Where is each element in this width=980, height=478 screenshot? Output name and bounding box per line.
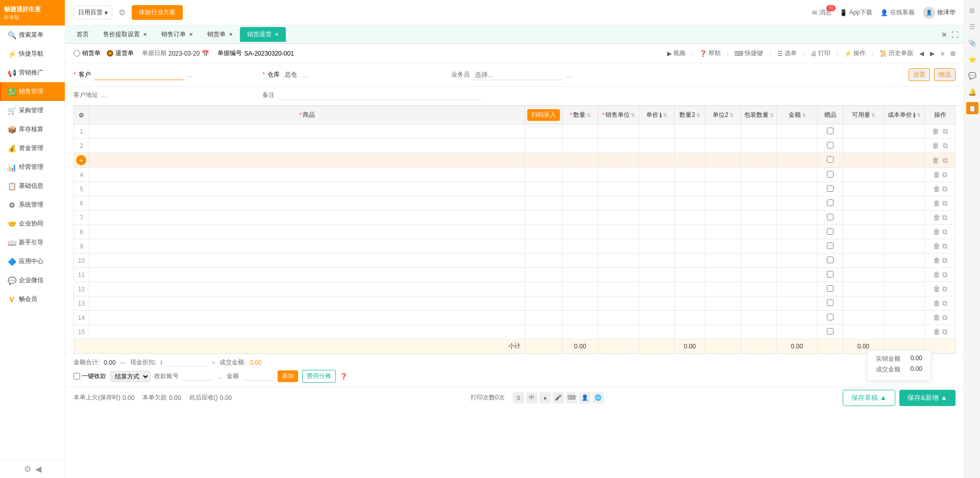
copy-row-icon[interactable]: ⧉ [942,185,947,193]
right-panel-btn-7[interactable]: 📋 [966,102,978,114]
price-sort-icon[interactable]: ⇅ [663,112,667,118]
gift-cell[interactable] [818,153,843,168]
tab-delivery-close[interactable]: ✕ [229,32,233,37]
right-panel-btn-2[interactable]: ☰ [966,20,978,33]
right-panel-btn-1[interactable]: ⊞ [966,4,978,16]
unit2-sort-icon[interactable]: ⇅ [729,112,733,118]
gift-checkbox[interactable] [827,228,834,235]
gift-checkbox[interactable] [827,299,834,306]
gift-checkbox[interactable] [827,128,834,134]
calc-method-select[interactable]: 结算方式 [110,371,150,382]
amount-cell[interactable] [777,153,818,168]
copy-row-icon[interactable]: ⧉ [943,156,948,164]
gift-checkbox[interactable] [827,242,834,249]
expense-split-button[interactable]: 费用分摊 [302,370,336,383]
salesperson-input[interactable] [473,70,563,80]
avail-cell[interactable] [843,153,884,168]
qty2-cell[interactable] [675,124,705,139]
bottom-icon-6[interactable]: 👤 [579,392,591,404]
delete-row-icon[interactable]: 🗑 [933,213,940,221]
sidebar-item-guide[interactable]: 📖 新手引导 [0,233,65,252]
gift-checkbox[interactable] [827,171,834,178]
qty-sort-icon[interactable]: ⇅ [586,112,591,118]
toolbar-list-view-btn[interactable]: ≡ [941,50,944,57]
bottom-icon-5[interactable]: ⌨ [566,392,577,404]
copy-row-icon[interactable]: ⧉ [942,270,947,279]
tab-sales-return[interactable]: 销货退货 ✕ [240,27,286,42]
table-settings-icon[interactable]: ⚙ [79,112,84,119]
unit2-cell[interactable] [705,153,741,168]
save-draft-button[interactable]: 保存草稿 ▲ [843,390,895,406]
unit2-cell[interactable] [705,139,741,153]
sales-unit-sort-icon[interactable]: ⇅ [631,112,635,118]
tab-sales-order[interactable]: 销售订单 ✕ [154,27,200,42]
amount-cell[interactable] [777,124,818,139]
gift-checkbox[interactable] [827,142,834,148]
radio-sales-input[interactable] [74,50,80,57]
warehouse-dots[interactable]: ... [302,71,307,79]
help-icon-footer[interactable]: ❓ [340,373,348,380]
gift-cell[interactable] [818,139,843,153]
gift-checkbox[interactable] [827,314,834,320]
gift-checkbox[interactable] [827,285,834,292]
cost-unit-cell[interactable] [884,139,925,153]
bottom-icon-3[interactable]: ♦ [540,392,551,404]
right-panel-btn-5[interactable]: 💬 [966,69,978,82]
toolbar-prev-btn[interactable]: ◀ [919,50,924,57]
collapse-icon[interactable]: ◀ [35,464,41,474]
sidebar-item-sales[interactable]: 💹 销售管理 [0,82,65,101]
product-cell[interactable] [89,124,525,139]
delete-row-icon[interactable]: 🗑 [933,242,940,250]
qty-cell[interactable] [562,139,598,153]
price-cell[interactable] [639,153,675,168]
th-settings[interactable]: ⚙ [74,106,89,124]
sidebar-item-operations[interactable]: 📊 经营管理 [0,158,65,177]
toolbar-help-btn[interactable]: ❓ 帮助 [699,49,721,58]
product-cell-active[interactable] [89,153,525,168]
account-dots[interactable]: ... [217,373,223,380]
sidebar-item-finance[interactable]: 💰 资金管理 [0,139,65,158]
copy-row-icon[interactable]: ⧉ [942,170,947,179]
radio-sales[interactable]: 销货单 [74,49,101,58]
qty-cell[interactable] [562,124,598,139]
sidebar-item-system[interactable]: ⚙ 系统管理 [0,195,65,214]
product-cell[interactable] [89,168,525,182]
gift-checkbox[interactable] [827,214,834,220]
pack-qty-cell[interactable] [741,124,777,139]
add-row-button[interactable]: + [76,155,86,165]
cost-sort-icon[interactable]: ⇅ [917,112,921,118]
add-row-cell[interactable]: + [74,153,89,168]
delete-row-icon[interactable]: 🗑 [933,185,940,193]
gift-cell[interactable] [818,124,843,139]
sidebar-item-purchase[interactable]: 🛒 采购管理 [0,101,65,120]
gift-checkbox[interactable] [827,156,834,163]
copy-row-icon[interactable]: ⧉ [942,228,947,236]
right-panel-btn-4[interactable]: ⭐ [966,53,978,65]
copy-row-icon[interactable]: ⧉ [942,328,947,336]
customer-dots[interactable]: ... [187,71,192,79]
sidebar-item-base-info[interactable]: 📋 基础信息 [0,177,65,195]
bottom-icon-2[interactable]: 中 [526,392,537,404]
copy-row-icon[interactable]: ⧉ [942,299,947,307]
trial-button[interactable]: 体验行业方案 [132,5,183,20]
tab-price-setting-close[interactable]: ✕ [143,32,147,37]
add-payment-button[interactable]: 添加 [278,370,298,382]
delete-row-icon[interactable]: 🗑 [933,170,940,179]
one-click-payment-checkbox[interactable]: 一键收款 [74,372,106,381]
discount-input[interactable] [167,359,208,367]
sidebar-item-search[interactable]: 🔍 搜索菜单 [0,26,65,44]
bottom-icon-1[interactable]: S [513,392,524,404]
toolbar-select-btn[interactable]: ☰ 选单 [777,49,797,58]
scan-button[interactable]: 扫码录入 [527,109,560,121]
toolbar-next-btn[interactable]: ▶ [930,50,935,57]
delete-row-icon[interactable]: 🗑 [932,127,939,135]
sidebar-item-enterprise[interactable]: 🤝 企业协同 [0,214,65,233]
app-download-button[interactable]: 📱 App下载 [840,8,872,17]
pack-qty-cell[interactable] [741,153,777,168]
settings-action-btn[interactable]: 设置 [909,68,930,81]
tab-home[interactable]: 首页 [69,27,96,42]
online-service-button[interactable]: 👤 在线客服 [880,8,915,17]
calendar-icon[interactable]: 📅 [202,50,209,57]
qty-cell[interactable] [562,153,598,168]
account-input[interactable] [183,372,213,381]
